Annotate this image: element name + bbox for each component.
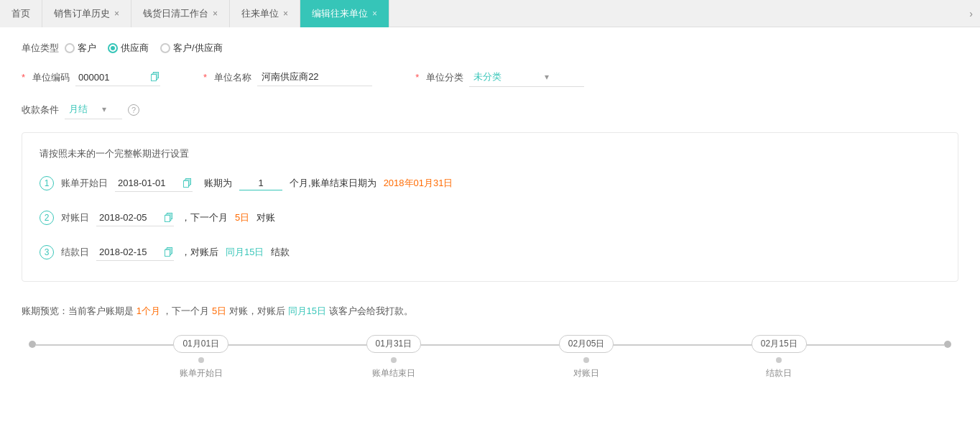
tab-partners-label: 往来单位 — [241, 7, 279, 20]
timeline-wrapper: 01月01日 账单开始日 01月31日 账单结束日 02月05日 对账日 — [29, 335, 951, 380]
timeline-dot-1 — [198, 357, 204, 363]
unit-code-input[interactable] — [75, 69, 147, 86]
unit-category-group: * 单位分类 未分类 ▾ — [415, 68, 584, 87]
radio-both[interactable]: 客户/供应商 — [160, 42, 223, 55]
timeline-start — [29, 341, 36, 348]
unit-code-icon[interactable]: 🗍 — [150, 71, 160, 83]
timeline-badge-1: 01月01日 — [173, 335, 228, 353]
reconcile-day-highlight: 5日 — [235, 211, 249, 224]
unit-type-label: 单位类型 — [22, 42, 59, 55]
radio-supplier-label: 供应商 — [121, 42, 149, 55]
tab-partners-close[interactable]: × — [283, 9, 288, 18]
period-end-date: 2018年01月31日 — [384, 177, 453, 190]
tab-cash-workbench-close[interactable]: × — [213, 9, 218, 18]
card-instruction: 请按照未来的一个完整帐期进行设置 — [40, 147, 940, 160]
timeline-end-dot — [944, 341, 951, 348]
radio-both-circle — [160, 43, 170, 53]
radio-supplier-circle — [108, 43, 118, 53]
settings-card: 请按照未来的一个完整帐期进行设置 1 账单开始日 🗍 账期为 个月,账单结束日期… — [22, 132, 958, 282]
timeline-badge-2: 01月31日 — [366, 335, 422, 353]
payment-term-help-icon[interactable]: ? — [128, 104, 139, 116]
payment-date-input[interactable] — [96, 244, 161, 260]
preview-p4: 对账，对账后 — [229, 305, 285, 316]
reconcile-date-input-wrapper: 🗍 — [96, 209, 174, 226]
unit-name-input[interactable] — [257, 69, 372, 86]
timeline-sub-2: 账单结束日 — [372, 367, 415, 380]
tab-sales-history[interactable]: 销售订单历史 × — [42, 0, 131, 27]
preview-text: 账期预览：当前客户账期是 1个月 ，下一个月 5日 对账，对账后 同月15日 该… — [22, 305, 958, 318]
radio-supplier[interactable]: 供应商 — [108, 42, 149, 55]
unit-category-arrow-icon: ▾ — [545, 72, 549, 82]
timeline-badge-4: 02月15日 — [752, 335, 807, 353]
period-unit-text: 个月,账单结束日期为 — [290, 177, 376, 190]
reconcile-date-calendar-icon[interactable]: 🗍 — [164, 212, 174, 224]
unit-code-group: * 单位编码 🗍 — [22, 69, 160, 86]
unit-category-select[interactable]: 未分类 ▾ — [469, 68, 584, 87]
payment-term-select[interactable]: 月结 ▾ — [65, 100, 122, 119]
unit-category-label: 单位分类 — [426, 71, 463, 84]
payment-date-input-wrapper: 🗍 — [96, 244, 174, 261]
basic-info-row: * 单位编码 🗍 * 单位名称 * 单位分类 未分类 ▾ — [22, 68, 958, 87]
unit-type-radio-group: 客户 供应商 客户/供应商 — [65, 42, 223, 55]
unit-code-input-wrapper: 🗍 — [75, 69, 160, 86]
tab-edit-partner-close[interactable]: × — [372, 9, 377, 18]
payment-term-arrow-icon: ▾ — [102, 104, 106, 114]
payment-term-group: 收款条件 月结 ▾ ? — [22, 100, 139, 119]
radio-customer[interactable]: 客户 — [65, 42, 96, 55]
unit-name-star: * — [203, 72, 207, 83]
period-label: 账期为 — [204, 177, 232, 190]
row-num-2: 2 — [40, 211, 54, 225]
reconcile-suffix-text: 对账 — [256, 211, 275, 224]
timeline-dot-2 — [391, 357, 397, 363]
radio-both-label: 客户/供应商 — [173, 42, 223, 55]
tab-sales-history-close[interactable]: × — [114, 9, 119, 18]
start-date-row: 1 账单开始日 🗍 账期为 个月,账单结束日期为 2018年01月31日 — [40, 175, 940, 192]
payment-day-highlight: 同月15日 — [226, 246, 264, 259]
preview-p3: 5日 — [212, 305, 226, 316]
timeline-node-2: 01月31日 账单结束日 — [366, 335, 422, 380]
start-date-label: 账单开始日 — [61, 177, 108, 190]
tabs-scroll-right[interactable]: › — [962, 8, 980, 19]
timeline-node-3: 02月05日 对账日 — [559, 335, 614, 380]
unit-code-label: 单位编码 — [32, 71, 70, 84]
payment-suffix-prefix: ，对账后 — [181, 246, 218, 259]
tab-cash-workbench[interactable]: 钱货日清工作台 × — [131, 0, 230, 27]
timeline-dot-3 — [583, 357, 589, 363]
tab-sales-history-label: 销售订单历史 — [54, 7, 110, 20]
timeline-dot-4 — [776, 357, 782, 363]
timeline-sub-1: 账单开始日 — [180, 367, 223, 380]
unit-category-value: 未分类 — [473, 70, 501, 83]
timeline-node-1: 01月01日 账单开始日 — [173, 335, 228, 380]
tab-home[interactable]: 首页 — [0, 0, 42, 27]
radio-customer-label: 客户 — [78, 42, 96, 55]
tab-edit-partner-label: 编辑往来单位 — [312, 7, 368, 20]
payment-suffix-text: 结款 — [271, 246, 290, 259]
payment-term-value: 月结 — [69, 103, 88, 116]
tabs-bar: 首页 销售订单历史 × 钱货日清工作台 × 往来单位 × 编辑往来单位 × › — [0, 0, 980, 27]
tab-partners[interactable]: 往来单位 × — [230, 0, 300, 27]
reconcile-date-row: 2 对账日 🗍 ，下一个月 5日 对账 — [40, 209, 940, 226]
start-date-input-wrapper: 🗍 — [115, 175, 193, 192]
tab-edit-partner[interactable]: 编辑往来单位 × — [300, 0, 389, 27]
reconcile-date-input[interactable] — [96, 209, 161, 226]
timeline-node-4: 02月15日 结款日 — [752, 335, 807, 380]
row-num-1: 1 — [40, 176, 54, 190]
unit-name-label: 单位名称 — [214, 71, 251, 84]
tab-home-label: 首页 — [11, 7, 30, 20]
payment-date-calendar-icon[interactable]: 🗍 — [164, 247, 174, 258]
unit-category-star: * — [415, 72, 419, 83]
preview-p5: 同月15日 — [288, 305, 326, 316]
timeline-end — [944, 341, 951, 348]
preview-p1: 1个月 — [137, 305, 160, 316]
unit-type-group: 单位类型 客户 供应商 客户/供应商 — [22, 42, 223, 55]
timeline-badge-3: 02月05日 — [559, 335, 614, 353]
preview-label: 账期预览：当前客户账期是 — [22, 305, 134, 316]
period-value-input[interactable] — [239, 176, 282, 190]
payment-term-row: 收款条件 月结 ▾ ? — [22, 100, 958, 119]
reconcile-date-label: 对账日 — [61, 211, 89, 224]
radio-customer-circle — [65, 43, 75, 53]
start-date-input[interactable] — [115, 175, 180, 191]
unit-name-group: * 单位名称 — [203, 69, 372, 86]
reconcile-suffix-prefix: ，下一个月 — [181, 211, 228, 224]
start-date-calendar-icon[interactable]: 🗍 — [182, 178, 193, 189]
